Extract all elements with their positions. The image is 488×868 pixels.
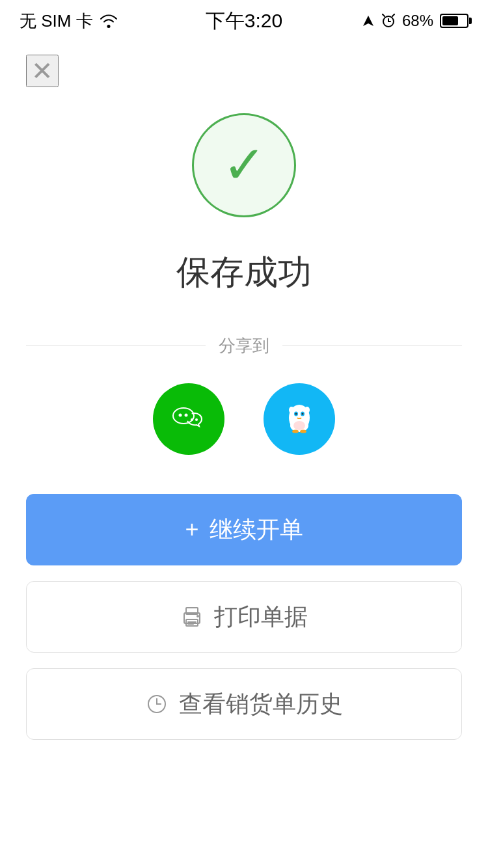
- svg-point-19: [300, 430, 306, 433]
- main-content: ✕ ✓ 保存成功 分享到: [0, 42, 488, 781]
- svg-point-21: [305, 407, 310, 413]
- divider-left: [26, 346, 206, 346]
- share-row: [153, 383, 335, 455]
- close-button[interactable]: ✕: [26, 55, 59, 87]
- history-button[interactable]: 查看销货单历史: [26, 668, 462, 740]
- svg-point-5: [173, 408, 194, 424]
- svg-point-9: [195, 418, 198, 421]
- continue-plus-icon: +: [185, 516, 198, 543]
- divider-right: [282, 346, 462, 346]
- printer-icon: [180, 605, 204, 629]
- status-bar: 无 SIM 卡 下午3:20 68%: [0, 0, 488, 42]
- success-icon-circle: ✓: [192, 113, 296, 217]
- checkmark-icon: ✓: [223, 139, 266, 191]
- print-button[interactable]: 打印单据: [26, 581, 462, 653]
- continue-button[interactable]: + 继续开单: [26, 494, 462, 565]
- share-label: 分享到: [219, 334, 269, 357]
- success-title: 保存成功: [176, 250, 312, 295]
- svg-point-17: [293, 421, 305, 430]
- svg-point-7: [185, 414, 188, 417]
- svg-point-25: [197, 615, 199, 617]
- qq-share-button[interactable]: [264, 383, 335, 455]
- location-icon: [362, 14, 375, 27]
- svg-point-18: [292, 430, 299, 433]
- svg-point-8: [191, 418, 193, 421]
- close-icon: ✕: [31, 58, 53, 84]
- battery-percentage: 68%: [402, 12, 433, 30]
- clock-icon: [145, 692, 169, 716]
- status-right: 68%: [362, 12, 468, 30]
- history-label: 查看销货单历史: [179, 688, 343, 720]
- svg-point-15: [302, 413, 304, 415]
- status-time: 下午3:20: [206, 8, 282, 34]
- wechat-share-button[interactable]: [153, 383, 224, 455]
- wechat-icon: [168, 398, 210, 440]
- battery-indicator: [440, 14, 468, 28]
- carrier-text: 无 SIM 卡: [20, 10, 93, 33]
- share-divider: 分享到: [26, 334, 462, 357]
- svg-line-3: [383, 14, 385, 16]
- qq-icon: [278, 398, 320, 440]
- svg-line-4: [392, 14, 394, 16]
- svg-point-20: [289, 407, 294, 413]
- continue-label: 继续开单: [210, 514, 303, 546]
- status-carrier: 无 SIM 卡: [20, 10, 118, 33]
- alarm-icon: [381, 14, 396, 28]
- svg-point-6: [179, 414, 182, 417]
- wifi-icon: [100, 14, 118, 28]
- print-label: 打印单据: [214, 601, 308, 633]
- svg-point-13: [295, 413, 297, 415]
